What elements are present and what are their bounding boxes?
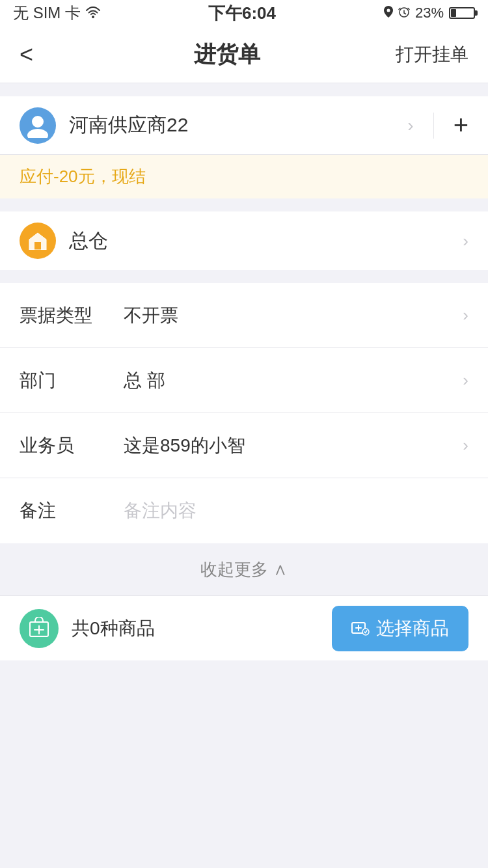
section-gap-1	[0, 83, 488, 96]
battery-icon	[449, 7, 475, 19]
location-icon	[384, 5, 393, 21]
notice-banner: 应付-20元，现结	[0, 155, 488, 198]
status-bar: 无 SIM 卡 下午6:04 23%	[0, 0, 488, 26]
salesperson-value: 这是859的小智	[111, 433, 456, 458]
warehouse-name: 总仓	[69, 228, 463, 254]
bottom-bar: 共0种商品 选择商品	[0, 595, 488, 660]
invoice-type-value: 不开票	[111, 303, 456, 328]
carrier-label: 无 SIM 卡	[13, 3, 81, 23]
status-left: 无 SIM 卡	[13, 3, 100, 23]
department-value: 总 部	[111, 368, 456, 393]
warehouse-icon-wrap	[20, 223, 56, 259]
supplier-section: 河南供应商22 › + 应付-20元，现结	[0, 96, 488, 198]
select-product-icon	[351, 621, 370, 636]
collapse-label: 收起更多 ∧	[200, 558, 287, 581]
battery-percent: 23%	[415, 5, 444, 21]
salesperson-row[interactable]: 业务员 这是859的小智 ›	[0, 413, 488, 478]
svg-rect-4	[34, 242, 41, 250]
supplier-row[interactable]: 河南供应商22 › +	[0, 96, 488, 155]
warehouse-chevron-icon: ›	[463, 231, 468, 251]
supplier-name: 河南供应商22	[69, 112, 407, 139]
add-supplier-button[interactable]: +	[454, 111, 468, 140]
svg-point-2	[32, 116, 44, 128]
status-right: 23%	[384, 5, 475, 21]
invoice-type-label: 票据类型	[20, 303, 111, 328]
collapse-row[interactable]: 收起更多 ∧	[0, 543, 488, 595]
product-count-label: 共0种商品	[72, 616, 332, 641]
svg-point-0	[386, 9, 390, 12]
remark-label: 备注	[20, 498, 111, 523]
nav-bar: < 进货单 打开挂单	[0, 26, 488, 83]
house-icon	[28, 232, 47, 250]
invoice-type-chevron-icon: ›	[463, 305, 468, 325]
back-button[interactable]: <	[20, 41, 59, 68]
page-title: 进货单	[194, 40, 260, 70]
alarm-icon	[398, 5, 410, 21]
remaining-area	[0, 660, 488, 856]
svg-point-3	[27, 129, 48, 138]
supplier-avatar	[20, 107, 56, 144]
open-pending-button[interactable]: 打开挂单	[396, 42, 468, 67]
warehouse-row[interactable]: 总仓 ›	[0, 211, 488, 270]
invoice-type-row[interactable]: 票据类型 不开票 ›	[0, 283, 488, 348]
product-icon-wrap	[20, 609, 59, 648]
supplier-chevron-icon: ›	[407, 115, 413, 136]
department-chevron-icon: ›	[463, 370, 468, 390]
select-product-label: 选择商品	[376, 616, 449, 641]
form-section: 票据类型 不开票 › 部门 总 部 › 业务员 这是859的小智 › 备注 备注…	[0, 283, 488, 543]
department-label: 部门	[20, 368, 111, 393]
remark-value[interactable]: 备注内容	[111, 498, 468, 523]
remark-row[interactable]: 备注 备注内容	[0, 478, 488, 543]
salesperson-label: 业务员	[20, 433, 111, 458]
status-time: 下午6:04	[208, 2, 276, 25]
select-product-button[interactable]: 选择商品	[332, 606, 468, 651]
cart-icon	[27, 617, 51, 640]
wifi-icon	[86, 4, 100, 22]
salesperson-chevron-icon: ›	[463, 435, 468, 455]
department-row[interactable]: 部门 总 部 ›	[0, 348, 488, 413]
warehouse-section: 总仓 ›	[0, 211, 488, 270]
supplier-divider	[433, 113, 434, 139]
